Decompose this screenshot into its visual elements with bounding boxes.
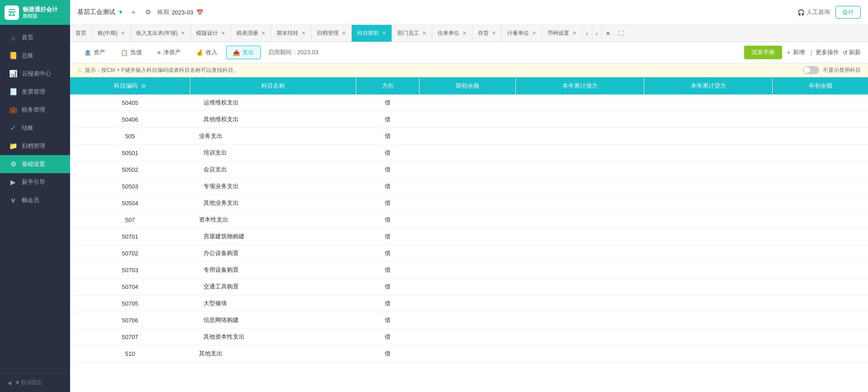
hint-bar: ⚠ 提示：按Ctrl + F键并输入科目编码或者科目名称可以查找科目。 不显示禁… <box>70 63 868 77</box>
sidebar-item-ledger[interactable]: 📒 总账 <box>0 47 70 65</box>
table-header-row: 科目编码 ⚙ 科目名称 方向 期初余额 本年累计借方 本年累计贷方 年初余额 <box>70 77 868 94</box>
sidebar-item-settings[interactable]: ⚙ 基础设置 <box>0 155 70 173</box>
tab-home[interactable]: 首页 <box>70 25 92 42</box>
add-button[interactable]: ＋ + 新增 新增 <box>786 48 805 57</box>
subtab-expenditure[interactable]: 📤 支出 <box>226 46 261 59</box>
table-row[interactable]: 50503 专项业务支出 借 <box>70 178 868 195</box>
tab-template[interactable]: 模版设计 ✕ <box>191 25 231 42</box>
cell-opening <box>420 345 515 362</box>
table-row[interactable]: 50504 其他业务支出 借 <box>70 195 868 212</box>
cell-ytd-debit <box>515 145 644 161</box>
table-row[interactable]: 50406 其他维权支出 借 <box>70 111 868 128</box>
tab-currency[interactable]: 币种设置 ✕ <box>542 25 582 42</box>
tab-income[interactable]: 收入支出表(年报) ✕ <box>131 25 191 42</box>
cell-year-opening <box>773 245 868 262</box>
sidebar-collapse-btn[interactable]: ◀ ◀ 取消固定 <box>0 373 70 392</box>
subtab-asset[interactable]: 🏦 资产 <box>77 46 112 59</box>
cell-ytd-credit <box>644 262 773 279</box>
tab-archive[interactable]: 归档管理 ✕ <box>311 25 352 42</box>
table-row[interactable]: 507 资本性支出 借 <box>70 212 868 228</box>
tab-period-end[interactable]: 期末结转 ✕ <box>271 25 311 42</box>
cell-name: 大型修缮 <box>190 295 356 312</box>
cell-year-opening <box>773 262 868 279</box>
tab-close-archive[interactable]: ✕ <box>342 30 346 36</box>
col-settings-icon[interactable]: ⚙ <box>141 83 146 89</box>
tab-close-template[interactable]: ✕ <box>221 30 225 36</box>
tab-dept[interactable]: 部门员工 ✕ <box>392 25 432 42</box>
cell-name: 资本性支出 <box>190 212 356 228</box>
project-selector[interactable]: 基层工会测试 ▼ <box>77 8 123 16</box>
subtab-income[interactable]: 💰 收入 <box>189 46 224 59</box>
balance-button[interactable]: 试算平衡 <box>744 46 782 59</box>
tab-partner[interactable]: 往来单位 ✕ <box>432 25 472 42</box>
table-row[interactable]: 50702 办公设备购置 借 <box>70 245 868 262</box>
table-row[interactable]: 50701 房屋建筑物购建 借 <box>70 228 868 245</box>
tab-close-period[interactable]: ✕ <box>121 30 125 36</box>
cell-year-opening <box>773 195 868 212</box>
subtab-liability[interactable]: 📋 负债 <box>114 46 149 59</box>
sidebar-item-reports[interactable]: 📊 云报表中心 <box>0 65 70 83</box>
user-role-button[interactable]: 会计 <box>835 6 861 19</box>
table-row[interactable]: 50405 运维维权支出 借 <box>70 94 868 111</box>
table-row[interactable]: 50704 交通工具购置 借 <box>70 279 868 295</box>
sidebar-item-archive[interactable]: 📁 归档管理 <box>0 137 70 155</box>
tab-next-button[interactable]: › <box>592 25 602 42</box>
subtab-liability-label: 负债 <box>130 48 142 57</box>
table-row[interactable]: 50707 其他资本性支出 借 <box>70 329 868 345</box>
subtab-income-label: 收入 <box>206 48 217 57</box>
tab-period[interactable]: 账(中期) ✕ <box>92 25 131 42</box>
tab-close-tax[interactable]: ✕ <box>261 30 265 36</box>
tab-close-period-end[interactable]: ✕ <box>302 30 306 36</box>
table-row[interactable]: 510 其他支出 借 <box>70 345 868 362</box>
cell-name: 信息网络购建 <box>190 312 356 329</box>
sidebar-item-guide[interactable]: ▶ 新手引导 <box>0 173 70 191</box>
subtab-net-asset[interactable]: ≡ 净资产 <box>151 46 188 59</box>
table-row[interactable]: 50502 会议支出 借 <box>70 161 868 178</box>
tab-close-unit[interactable]: ✕ <box>532 30 536 36</box>
tab-close-currency[interactable]: ✕ <box>572 30 576 36</box>
disable-toggle[interactable] <box>803 66 819 74</box>
content-area: 🏦 资产 📋 负债 ≡ 净资产 💰 收入 📤 支出 启用期间：2023.03 试 <box>70 42 868 392</box>
more-button[interactable]: ⋮ 更多操作 <box>808 48 839 57</box>
cell-ytd-debit <box>515 178 644 195</box>
tab-subject-init[interactable]: 科目期初 ✕ <box>352 25 392 42</box>
tab-tax[interactable]: 税表清册 ✕ <box>231 25 271 42</box>
tab-close-partner[interactable]: ✕ <box>462 30 467 36</box>
table-row[interactable]: 50501 培训支出 借 <box>70 145 868 161</box>
table-row[interactable]: 505 业务支出 借 <box>70 128 868 145</box>
calendar-icon[interactable]: 📅 <box>196 9 203 16</box>
refresh-button[interactable]: ↺ 刷新 <box>843 48 861 57</box>
tab-close-all-button[interactable]: ✕ <box>602 25 614 42</box>
logo-sub: 旗舰版 <box>23 13 58 19</box>
settings-gear-icon[interactable]: ⚙ <box>143 6 153 18</box>
add-tab-button[interactable]: ＋ <box>128 6 139 19</box>
cell-year-opening <box>773 145 868 161</box>
tab-close-subject-init[interactable]: ✕ <box>382 30 386 36</box>
tab-expand-button[interactable]: ⛶ <box>614 25 627 42</box>
table-row[interactable]: 50706 信息网络购建 借 <box>70 312 868 329</box>
cell-ytd-debit <box>515 345 644 362</box>
topbar-right: 🎧 人工咨询 会计 <box>797 6 861 19</box>
sidebar-item-home[interactable]: ⌂ 首页 <box>0 28 70 47</box>
cell-name: 专项业务支出 <box>190 178 356 195</box>
tab-inventory[interactable]: 存货 ✕ <box>472 25 502 42</box>
sidebar-item-member[interactable]: V 畅会员 <box>0 191 70 209</box>
cell-name: 培训支出 <box>190 145 356 161</box>
tab-close-dept[interactable]: ✕ <box>422 30 426 36</box>
tab-period-end-label: 期末结转 <box>277 29 298 37</box>
sidebar-item-invoice[interactable]: 🧾 发票管理 <box>0 83 70 101</box>
sidebar-label-home: 首页 <box>22 33 33 42</box>
tab-unit[interactable]: 计量单位 ✕ <box>502 25 542 42</box>
tab-close-income[interactable]: ✕ <box>181 30 185 36</box>
tab-prev-button[interactable]: ‹ <box>582 25 592 42</box>
support-button[interactable]: 🎧 人工咨询 <box>797 8 830 16</box>
table-row[interactable]: 50705 大型修缮 借 <box>70 295 868 312</box>
table-row[interactable]: 50703 专用设备购置 借 <box>70 262 868 279</box>
sidebar-item-tax[interactable]: 💼 税务管理 <box>0 101 70 119</box>
cell-opening <box>420 295 515 312</box>
tab-close-inventory[interactable]: ✕ <box>492 30 496 36</box>
cell-ytd-credit <box>644 111 773 128</box>
cell-year-opening <box>773 178 868 195</box>
tab-tax-label: 税表清册 <box>236 29 258 37</box>
sidebar-item-checkout[interactable]: ✓ 结账 <box>0 119 70 137</box>
